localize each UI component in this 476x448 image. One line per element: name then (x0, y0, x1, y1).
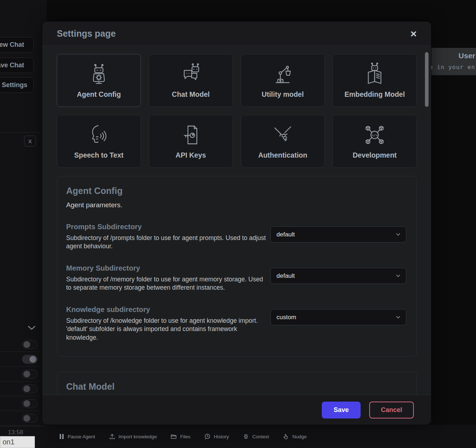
field-description: Subdirectory of /knowledge folder to use… (66, 317, 268, 341)
field-description: Subdirectory of /prompts folder to use f… (66, 234, 268, 250)
nav-card-chat-model[interactable]: Chat Model (149, 54, 233, 107)
nav-card-utility-model[interactable]: Utility model (241, 54, 325, 107)
upload-icon (109, 433, 115, 440)
section-title: Agent Config (66, 186, 406, 196)
toggle-switch[interactable] (22, 414, 38, 423)
nav-card-speech-to-text[interactable]: Speech to Text (57, 115, 141, 168)
toggle-switch[interactable] (22, 355, 38, 364)
cancel-button[interactable]: Cancel (369, 402, 414, 418)
toggle-row (0, 352, 40, 367)
knowledge-subdirectory-select[interactable]: custom (270, 309, 406, 325)
context-icon (243, 433, 249, 440)
toggle-row (0, 337, 40, 352)
chat-close-label: X (28, 138, 32, 144)
nudge-button[interactable]: Nudge (283, 433, 307, 440)
files-label: Files (180, 434, 191, 439)
modal-footer: Save Cancel (42, 395, 431, 425)
nav-card-api-keys[interactable]: API Keys (149, 115, 233, 168)
settings-nav-cards: Agent Config Chat Model (57, 54, 417, 168)
toggle-switch[interactable] (22, 340, 38, 349)
new-chat-label: New Chat (0, 41, 24, 49)
bottom-toolbar: Pause Agent Import knowledge Files Histo… (47, 425, 476, 448)
toggle-switch[interactable] (22, 399, 38, 408)
toggle-switch[interactable] (22, 384, 38, 393)
speech-to-text-icon (87, 123, 111, 147)
sidebar-toggles (0, 337, 40, 426)
section-agent-config: Agent Config Agent parameters. Prompts S… (57, 176, 417, 357)
toggle-knob (23, 371, 30, 377)
nav-card-label: API Keys (175, 151, 206, 159)
nav-card-embedding-model[interactable]: Embedding Model (333, 54, 417, 107)
history-label: History (214, 434, 229, 439)
svg-text:</>: </> (372, 133, 378, 137)
nav-card-label: Utility model (262, 90, 304, 99)
nav-card-label: Speech to Text (74, 151, 123, 159)
sidebar: New Chat Save Chat ⚙ Settings X 13:58 on… (0, 0, 47, 448)
context-button[interactable]: Context (243, 433, 269, 440)
section-description: Agent parameters. (66, 201, 406, 209)
new-chat-button[interactable]: New Chat (0, 37, 34, 53)
field-memory-subdirectory: Memory Subdirectory Subdirectory of /mem… (66, 264, 406, 292)
toggle-knob (29, 356, 36, 363)
select-value: custom (276, 314, 296, 321)
settings-modal: Settings page × Agent Config (42, 22, 431, 425)
nudge-label: Nudge (292, 434, 307, 439)
nav-card-agent-config[interactable]: Agent Config (57, 54, 141, 107)
field-label: Prompts Subdirectory (66, 223, 268, 231)
close-icon[interactable]: × (410, 28, 417, 39)
prompts-subdirectory-select[interactable]: default (270, 226, 406, 243)
toggle-knob (23, 385, 30, 392)
development-icon: </> (363, 123, 386, 147)
select-value: default (276, 272, 295, 280)
field-knowledge-subdirectory: Knowledge subdirectory Subdirectory of /… (66, 306, 406, 341)
nav-card-development[interactable]: </> Development (333, 115, 417, 168)
toggle-switch[interactable] (22, 370, 38, 379)
save-chat-button[interactable]: Save Chat (0, 58, 34, 73)
toggle-knob (23, 341, 30, 348)
embedding-model-icon (363, 62, 386, 86)
settings-button[interactable]: ⚙ Settings (0, 77, 34, 93)
toggle-knob (23, 415, 30, 422)
nav-card-authentication[interactable]: Authentication (241, 115, 325, 168)
user-message-text: e in your en (429, 64, 475, 71)
toggle-row (0, 381, 40, 396)
toggle-row (0, 396, 40, 411)
field-description: Subdirectory of /memory folder to use fo… (66, 275, 268, 292)
folder-icon (170, 433, 177, 440)
chevron-down-icon (396, 275, 400, 277)
import-knowledge-button[interactable]: Import knowledge (109, 433, 157, 440)
nav-card-label: Chat Model (172, 90, 210, 99)
history-icon (204, 433, 211, 440)
chevron-down-icon (396, 233, 400, 236)
utility-model-icon (271, 62, 294, 86)
files-button[interactable]: Files (170, 433, 191, 440)
clock-text: 13:58 (8, 429, 23, 436)
pause-icon (59, 434, 64, 439)
sidebar-divider-bottom (0, 426, 45, 426)
pause-agent-label: Pause Agent (68, 434, 95, 439)
api-keys-icon (179, 123, 203, 147)
chat-close-button[interactable]: X (24, 136, 36, 146)
nav-card-label: Development (353, 151, 397, 159)
context-label: Context (252, 434, 269, 439)
field-label: Memory Subdirectory (66, 264, 268, 272)
status-tooltip: on1 (0, 436, 35, 448)
settings-label: Settings (2, 81, 27, 89)
save-chat-label: Save Chat (0, 62, 24, 69)
pause-agent-button[interactable]: Pause Agent (59, 434, 95, 439)
chevron-down-icon[interactable] (27, 325, 36, 332)
save-button[interactable]: Save (322, 402, 361, 418)
import-knowledge-label: Import knowledge (119, 434, 157, 439)
section-title: Chat Model (66, 381, 406, 392)
history-button[interactable]: History (204, 433, 229, 440)
modal-scrollbar-thumb[interactable] (425, 52, 429, 107)
nav-card-label: Authentication (258, 151, 307, 159)
chevron-down-icon (396, 316, 400, 318)
authentication-icon (271, 123, 294, 147)
modal-header: Settings page × (42, 22, 431, 46)
memory-subdirectory-select[interactable]: default (270, 268, 406, 284)
toggle-knob (23, 400, 30, 407)
select-value: default (276, 231, 295, 238)
user-message-panel: User e in your en (431, 48, 476, 75)
chat-model-icon (179, 62, 203, 86)
